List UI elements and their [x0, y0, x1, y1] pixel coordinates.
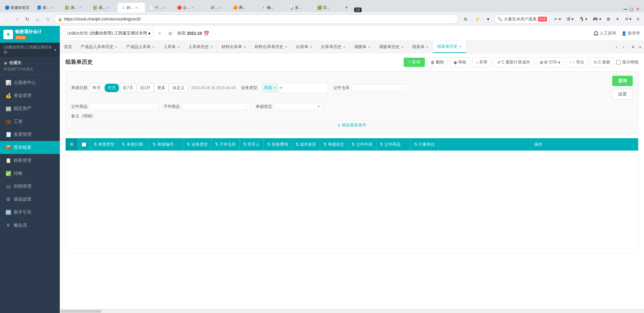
set-button[interactable]: 设置 [612, 89, 633, 100]
unapprove-button[interactable]: ○ 弃审 [472, 57, 491, 67]
nav-tab-kit[interactable]: 组装单 ✕ [408, 41, 433, 53]
sidebar-item-archive[interactable]: 🗂 归档管理 [0, 180, 60, 193]
tab8-close[interactable]: ✕ [219, 6, 222, 10]
th-parent-goods[interactable]: ⇅ 父件商品 [376, 138, 411, 151]
tab6-close[interactable]: ✕ [163, 6, 166, 10]
th-disassemble-fee[interactable]: ⇅ 拆装费用 [264, 138, 292, 151]
browser-tab-6[interactable]: 📄 个... ✕ [146, 3, 173, 12]
th-cost-diff[interactable]: ⇅ 成本差异 [292, 138, 320, 151]
table-settings-btn[interactable]: ⚙ [66, 138, 78, 151]
out-history-close[interactable]: ✕ [343, 45, 346, 49]
biz-type-dropdown[interactable]: ▾ [280, 85, 282, 90]
show-detail-checkbox[interactable] [616, 60, 621, 65]
query-button[interactable]: 查询 [612, 76, 633, 86]
status-input-area[interactable]: ▾ [274, 103, 322, 110]
sidebar-item-payroll[interactable]: 💼 工资 [0, 115, 60, 128]
mat-out-history-close[interactable]: ✕ [285, 45, 287, 49]
prod-in-close[interactable]: ✕ [152, 45, 155, 49]
nav-tab-out-order[interactable]: 出库单 ✕ [292, 41, 317, 53]
nav-tab-in-history[interactable]: 入库单历史 ✕ [184, 41, 217, 53]
nav-tab-out-history[interactable]: 出库单历史 ✕ [317, 41, 350, 53]
horizontal-scrollbar[interactable] [60, 309, 644, 313]
th-parent-list[interactable]: ⇅ 父件列表 [348, 138, 376, 151]
company-selector[interactable]: (勿删勿禁用) 江西服宝测试专用 ▾ [0, 43, 60, 57]
consult-button[interactable]: 🎧 人工咨询 [593, 30, 616, 36]
favorites-section[interactable]: ★ 收藏夹 快捷键打开收藏夹 [0, 57, 60, 75]
tabs-scroll-right[interactable]: › [620, 44, 627, 51]
export-button[interactable]: ↑ ↑ 导出 [566, 57, 588, 67]
collapse-bar[interactable]: ∧ 收起更多条件 [71, 120, 633, 129]
warehouse-ellipsis[interactable]: ··· [401, 85, 404, 90]
translate-action[interactable]: 译 ▾ [564, 15, 576, 23]
tabs-close-btn[interactable]: ✕ [630, 44, 636, 50]
browser-tab-4[interactable]: 📗 易... ✕ [90, 3, 117, 12]
user-profile-button[interactable]: 👤 徐泽华 [621, 30, 640, 36]
print-button[interactable]: ⊞ ⊞ 打印 ▾ [536, 57, 564, 67]
sidebar-item-fund[interactable]: 💰 资金管理 [0, 89, 60, 102]
apps-action[interactable]: ⊞ [605, 15, 612, 23]
reload-button[interactable]: ↻ [23, 15, 31, 23]
emoji-action[interactable]: 🐧 ▾ [577, 15, 589, 23]
date-btn-more[interactable]: 更多 [154, 84, 169, 92]
add-company-button[interactable]: + [156, 29, 163, 38]
browser-tab-10[interactable]: 📧 畅... [258, 3, 285, 12]
maximize-button[interactable]: □ [630, 6, 633, 12]
biz-type-tag-close[interactable]: ✕ [273, 86, 276, 90]
th-status[interactable]: ⇅ 单据状态 [320, 138, 348, 151]
mat-out-close[interactable]: ✕ [243, 45, 246, 49]
tab7-close[interactable]: ✕ [191, 6, 194, 10]
kit-close[interactable]: ✕ [426, 45, 429, 49]
browser-tab-11[interactable]: 📊 各... [286, 3, 313, 12]
nav-tab-mat-out-history[interactable]: 材料出库单历史 ✕ [251, 41, 292, 53]
tab3-close[interactable]: ✕ [79, 6, 82, 10]
recalc-button[interactable]: ↺ C 重新计算成本 [493, 57, 534, 67]
scissors-action[interactable]: ✂ ▾ [552, 15, 563, 23]
close-button[interactable]: ✕ [636, 6, 640, 12]
favorites-shortcut[interactable]: 快捷键打开收藏夹 [3, 67, 56, 72]
th-unit[interactable]: ⇅ 计量单位 [411, 138, 439, 151]
tab4-close[interactable]: ✕ [107, 6, 110, 10]
settings-header-button[interactable]: ⚙ [166, 30, 175, 37]
sidebar-item-fixed-assets[interactable]: 🏢 固定资产 [0, 102, 60, 115]
date-btn-1month[interactable]: 近1月 [137, 84, 154, 92]
nav-tab-assembly-history[interactable]: 调拨单历史 ✕ [375, 41, 408, 53]
nav-tab-prod-in-history[interactable]: 产成品入库单历史 ✕ [77, 41, 122, 53]
prod-in-history-close[interactable]: ✕ [115, 45, 118, 49]
browser-tab-7[interactable]: 🔴 企... ✕ [174, 3, 201, 12]
nav-tab-mat-out[interactable]: 材料出库单 ✕ [217, 41, 251, 53]
assembly-close[interactable]: ✕ [368, 45, 371, 49]
approve-button[interactable]: ◉ 审核 [450, 57, 470, 67]
tab2-close[interactable]: ✕ [51, 6, 54, 10]
th-number[interactable]: ⇅ 单据编号 [149, 138, 183, 151]
back-button[interactable]: ‹ [3, 15, 11, 23]
browser-tab-8[interactable]: ☁️ 好... ✕ [202, 3, 229, 12]
sidebar-item-invoice[interactable]: 🧾 发票管理 [0, 128, 60, 141]
minimize-button[interactable]: ─ [623, 6, 627, 12]
tabs-scroll-left[interactable]: ‹ [613, 44, 620, 51]
company-header-selector[interactable]: (勿删勿禁用) (勿删勿禁用) 江西服宝测试专用 ▾ [64, 29, 153, 38]
date-btn-7days[interactable]: 近7天 [120, 84, 136, 92]
assembly-history-close[interactable]: ✕ [401, 45, 404, 49]
game-action[interactable]: 🎮 ▾ [591, 15, 603, 23]
th-child-wh[interactable]: ⇅ 子件仓库 [212, 138, 240, 151]
sidebar-item-tax[interactable]: 📋 税务管理 [0, 154, 60, 167]
in-order-close[interactable]: ✕ [177, 45, 180, 49]
parent-goods-ellipsis[interactable]: ··· [152, 104, 156, 109]
child-goods-ellipsis[interactable]: ··· [244, 104, 248, 109]
home-button[interactable]: ⌂ [33, 15, 42, 23]
tab5-close[interactable]: ✕ [135, 6, 138, 10]
th-biz-type[interactable]: ⇅ 业务类型 [183, 138, 211, 151]
nav-tab-in-order[interactable]: 入库单 ✕ [159, 41, 184, 53]
tabs-more-btn[interactable]: ≡ [638, 44, 643, 50]
th-handler[interactable]: ⇅ 经手人 [240, 138, 264, 151]
nav-tab-home[interactable]: 首页 [60, 41, 77, 53]
search-area[interactable]: 🔍 大量安卓用户逃离 热搜 [494, 14, 550, 24]
parent-goods-input[interactable]: ··· [90, 103, 158, 110]
select-all-checkbox[interactable] [82, 142, 86, 147]
browser-tab-3[interactable]: 📗 易... ✕ [62, 3, 89, 12]
kit-history-close[interactable]: ✕ [459, 45, 462, 48]
bookmark-button[interactable]: ☆ [44, 15, 52, 23]
nav-tab-kit-history[interactable]: 组装单历史 ✕ [433, 41, 466, 53]
out-order-close[interactable]: ✕ [310, 45, 312, 49]
browser-tab-12[interactable]: 🟩 目... [314, 3, 341, 12]
